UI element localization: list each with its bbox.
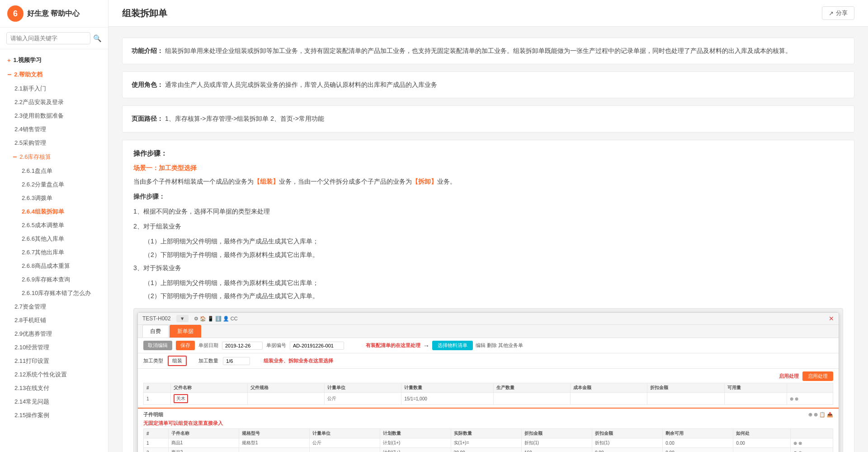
sidebar-item-mobile[interactable]: 2.8手机旺铺 — [0, 314, 108, 327]
bottom-header: 子件明细 ⊕ ⊗ 📋 📤 — [143, 411, 833, 418]
sidebar-item-print[interactable]: 2.11打印设置 — [0, 354, 108, 368]
sidebar-item-sales[interactable]: 2.4销售管理 — [0, 123, 108, 136]
sidebar-item-adjust[interactable]: 2.6.3调拨单 — [0, 191, 108, 205]
minus-icon: − — [7, 71, 11, 79]
annotation1-area: 有装配清单的在这里处理 → 选择物料清单 编辑 删除 其他业务单 — [366, 341, 523, 350]
step2-sub1: （1）上部明细为父件明细，最终作为产成品生成其它入库单； — [144, 236, 843, 247]
page-title: 组装拆卸单 — [122, 7, 167, 19]
screenshot-container: TEST-H002 ▼ ⚙ 🏠 📱 ℹ️ 👤 CC ✕ 自费 新单据 取消编辑 — [133, 308, 843, 452]
sidebar-item-fund[interactable]: 2.7资金管理 — [0, 300, 108, 314]
scene1-desc: 当由多个子件材料组装成一个成品的业务为【组装】业务，当由一个父件拆分成多个子产品… — [133, 176, 843, 187]
tab-zifei[interactable]: 自费 — [142, 325, 169, 338]
role-label: 使用角色： — [132, 81, 163, 88]
sidebar-item-coupon[interactable]: 2.9优惠券管理 — [0, 327, 108, 341]
arrow1: → — [423, 342, 429, 349]
sidebar-item-other-in[interactable]: 2.6.6其他入库单 — [0, 232, 108, 246]
cell-unit: 公斤 — [325, 393, 401, 405]
sidebar-item-install[interactable]: 2.2产品安装及登录 — [0, 95, 108, 109]
scene1-title: 场景一：加工类型选择 — [133, 164, 843, 172]
share-button[interactable]: ↗ 分享 — [822, 6, 854, 20]
logo: 6 — [7, 5, 24, 22]
step3: 3、对于拆装业务 — [133, 262, 843, 274]
cell-cost — [571, 393, 647, 405]
search-icon[interactable]: 🔍 — [93, 34, 102, 43]
nav-icons: ⚙ 🏠 📱 ℹ️ 👤 CC — [194, 316, 238, 322]
sidebar-item-cost-adjust[interactable]: 2.6.5成本调整单 — [0, 219, 108, 232]
minus-icon-inventory: − — [13, 153, 17, 161]
bottom-row-2: 2 商品2 计划(1+) 30.00 160 0.00 0.00 — [144, 448, 833, 452]
select-bill-button[interactable]: 选择物料清单 — [432, 341, 473, 350]
cell-num: 1 — [144, 393, 171, 405]
th-actions — [787, 383, 833, 393]
sidebar-item-inventory[interactable]: − 2.6库存核算 — [0, 150, 108, 164]
step2-sublist: （1）上部明细为父件明细，最终作为产成品生成其它入库单； （2）下部明细为子件明… — [144, 236, 843, 260]
type-selector-highlighted[interactable]: 组装 — [168, 356, 187, 366]
annotation3-text: 启用处理 — [779, 373, 799, 380]
top-table: # 父件名称 父件规格 计量单位 计量数量 生产数量 成本金额 折扣金额 可用量 — [143, 383, 833, 405]
th-prod-qty: 生产数量 — [493, 383, 570, 393]
annotation3-area: 启用处理 启用处理 — [143, 371, 833, 381]
tab-new-bill[interactable]: 新单据 — [170, 325, 201, 338]
th-discount: 折扣金额 — [647, 383, 724, 393]
save-button[interactable]: 保存 — [176, 341, 195, 350]
type-label: 加工类型 — [143, 357, 163, 364]
sidebar-item-assembly[interactable]: 2.6.4组装拆卸单 — [0, 205, 108, 219]
sidebar-item-split-stock[interactable]: 2.6.2分量盘点单 — [0, 178, 108, 191]
sidebar-item-docs[interactable]: − 2.帮助文档 — [0, 67, 108, 82]
content-area: 功能介绍： 组装拆卸单用来处理企业组装或拆卸等加工业务，支持有固定装配清单的产品… — [108, 27, 868, 452]
search-input[interactable] — [6, 32, 90, 44]
th-parent-spec: 父件规格 — [247, 383, 324, 393]
type-value: 组装 — [172, 358, 182, 363]
step1: 1、根据不同的业务，选择不同单据的类型来处理 — [133, 206, 843, 217]
qty-input[interactable] — [223, 357, 250, 365]
share-icon: ↗ — [829, 10, 834, 17]
path-block: 页面路径： 1、库存核算->库存管理->组装拆卸单 2、首页->常用功能 — [122, 105, 854, 132]
cell-action: ⊕ ⊗ — [787, 393, 833, 405]
window-titlebar: TEST-H002 ▼ ⚙ 🏠 📱 ℹ️ 👤 CC ✕ — [138, 313, 839, 325]
sidebar-item-newbie[interactable]: 2.1新手入门 — [0, 82, 108, 95]
brand-name: 好生意 帮助中心 — [27, 9, 80, 19]
sidebar-header: 6 好生意 帮助中心 — [0, 0, 108, 28]
sidebar-item-account-err[interactable]: 2.6.10库存账本错了怎么办 — [0, 286, 108, 300]
role-block: 使用角色： 通常由生产人员或库管人员完成拆装业务的操作，库管人员确认原材料的出库… — [122, 71, 854, 98]
nav-tree: + 1.视频学习 − 2.帮助文档 2.1新手入门 2.2产品安装及登录 2.3… — [0, 49, 108, 452]
bottom-section: 子件明细 ⊕ ⊗ 📋 📤 无固定清单可以组货在这里直接录入 # 子件名称 规格型… — [138, 408, 839, 452]
sidebar-item-other-out[interactable]: 2.6.7其他出库单 — [0, 246, 108, 259]
annotation4-text: 无固定清单可以组货在这里直接录入 — [143, 420, 833, 427]
main-header: 组装拆卸单 ↗ 分享 — [108, 0, 868, 27]
path-label: 页面路径： — [132, 115, 163, 122]
sidebar-item-operations[interactable]: 2.10经营管理 — [0, 341, 108, 354]
th-cost: 成本金额 — [571, 383, 647, 393]
sidebar-item-online-pay[interactable]: 2.13在线支付 — [0, 381, 108, 395]
sidebar-item-custom[interactable]: 2.12系统个性化设置 — [0, 368, 108, 381]
cancel-button[interactable]: 取消编辑 — [143, 341, 172, 350]
sidebar-item-stocktake[interactable]: 2.6.1盘点单 — [0, 164, 108, 178]
close-icon[interactable]: ✕ — [829, 315, 834, 322]
sidebar-item-cost-calc[interactable]: 2.6.8商品成本重算 — [0, 259, 108, 273]
date-input[interactable] — [222, 342, 263, 350]
sidebar-item-faq[interactable]: 2.14常见问题 — [0, 395, 108, 409]
sub-items-label: 子件明细 — [143, 411, 163, 418]
sidebar-item-videos[interactable]: + 1.视频学习 — [0, 53, 108, 67]
feature-intro-block: 功能介绍： 组装拆卸单用来处理企业组装或拆卸等加工业务，支持有固定装配清单的产品… — [122, 38, 854, 64]
sidebar-item-cases[interactable]: 2.15操作案例 — [0, 409, 108, 422]
action-btns: 编辑 删除 其他业务单 — [476, 342, 523, 349]
tab-bar: 自费 新单据 — [138, 325, 839, 338]
process-button[interactable]: 启用处理 — [802, 371, 833, 381]
qty-label: 加工数量 — [198, 357, 218, 364]
date-label: 单据日期 — [198, 342, 218, 349]
feature-intro-label: 功能介绍： — [132, 47, 163, 54]
billno-input[interactable] — [290, 342, 344, 350]
form-row: 加工类型 组装 加工数量 组装业务、拆卸业务在这里选择 — [138, 353, 839, 369]
th-avail: 可用量 — [724, 383, 787, 393]
annotation2-text: 组装业务、拆卸业务在这里选择 — [264, 357, 333, 364]
sidebar-item-stock-query[interactable]: 2.6.9库存账本查询 — [0, 273, 108, 286]
steps-title: 操作步骤： — [133, 149, 843, 158]
sidebar-item-data-prep[interactable]: 2.3使用前数据准备 — [0, 109, 108, 123]
bottom-actions: ⊕ ⊗ 📋 📤 — [808, 412, 833, 418]
toolbar-row: 取消编辑 保存 单据日期 单据编号 有装配清单的在这里处理 → 选择物料清单 编… — [138, 338, 839, 353]
bottom-table: # 子件名称 规格型号 计量单位 计划数量 实际数量 折扣金额 折扣金额 剩余可… — [143, 428, 833, 452]
sidebar-item-purchase[interactable]: 2.5采购管理 — [0, 136, 108, 150]
feature-intro-text: 组装拆卸单用来处理企业组装或拆卸等加工业务，支持有固定装配清单的产品加工业务，也… — [165, 47, 792, 54]
table-row: 1 关木 公斤 15/1=1,000 ⊕ ⊗ — [144, 393, 833, 405]
